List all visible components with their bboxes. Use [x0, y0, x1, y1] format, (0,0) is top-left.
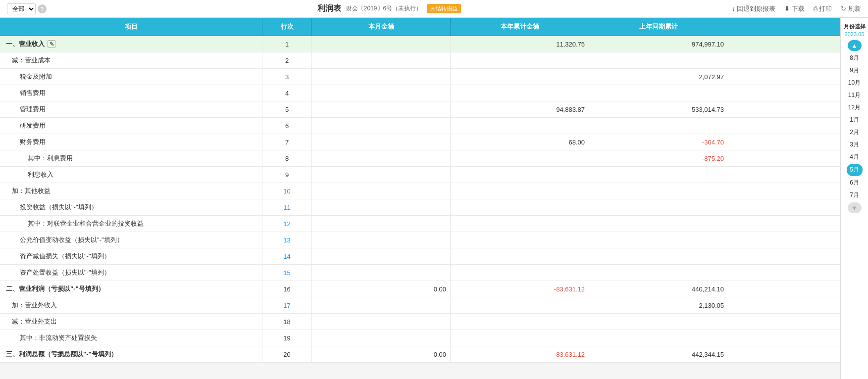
table-row: 资产减值损失（损失以"-"填列） 14	[0, 248, 840, 265]
cell-prev: 442,344.15	[589, 346, 728, 362]
cell-year	[451, 183, 589, 199]
cell-month	[312, 150, 451, 166]
cell-name: 管理费用	[0, 101, 262, 117]
side-panel: 月份选择 2023.05 ▲ 8月9月10月11月12月1月2月3月4月5月6月…	[840, 18, 868, 379]
cell-rownum: 18	[262, 314, 312, 330]
side-month-item[interactable]: 11月	[847, 89, 863, 101]
cell-rownum: 20	[262, 346, 312, 362]
top-bar: 全部 ? 利润表 财会〔2019〕6号（未执行） 未结转损益 ↓ 回退到原报表 …	[0, 0, 868, 18]
table-row: 销售费用 4	[0, 85, 840, 101]
cell-year: -83,631.12	[451, 346, 589, 362]
cell-prev: 440,214.10	[589, 281, 728, 297]
side-month-item[interactable]: 3月	[847, 139, 863, 151]
cell-year	[451, 150, 589, 166]
cell-month	[312, 297, 451, 313]
cell-prev	[589, 216, 728, 232]
cell-year	[451, 330, 589, 346]
cell-month	[312, 101, 451, 117]
scope-select[interactable]: 全部	[7, 3, 36, 14]
cell-prev	[589, 183, 728, 199]
cell-rownum[interactable]: 15	[262, 265, 312, 281]
cell-month	[312, 314, 451, 330]
cell-month	[312, 85, 451, 101]
cell-rownum[interactable]: 12	[262, 216, 312, 232]
cell-prev	[589, 330, 728, 346]
side-month-item[interactable]: 8月	[847, 52, 863, 64]
edit-icon[interactable]: ✎	[48, 40, 55, 48]
cell-rownum: 16	[262, 281, 312, 297]
table-row: 减：营业外支出 18	[0, 314, 840, 330]
cell-name: 减：营业外支出	[0, 314, 262, 330]
side-month-item[interactable]: 7月	[847, 189, 863, 201]
cell-month	[312, 36, 451, 52]
cell-month	[312, 330, 451, 346]
table-row: 税金及附加 3 2,072.97	[0, 69, 840, 85]
table-row: 加：营业外收入 17 2,130.05	[0, 297, 840, 314]
cell-name: 其中：利息费用	[0, 150, 262, 166]
table-body: 一、营业收入✎ 1 11,320.75 974,997.10 减：营业成本 2 …	[0, 36, 840, 363]
print-btn[interactable]: ⎙ 打印	[814, 4, 832, 13]
cell-prev	[589, 85, 728, 101]
side-month-item[interactable]: 5月	[847, 164, 863, 176]
table-area: 项目 行次 本月金额 本年累计金额 上年同期累计 一、营业收入✎ 1 11,32…	[0, 18, 840, 379]
side-month-item[interactable]: 12月	[847, 101, 863, 114]
cell-rownum: 19	[262, 330, 312, 346]
cell-name: 资产处置收益（损失以"-"填列）	[0, 265, 262, 281]
cell-year	[451, 199, 589, 215]
cell-prev: 2,072.97	[589, 69, 728, 85]
side-nav-up[interactable]: ▲	[848, 40, 862, 51]
cell-year: 94,883.87	[451, 101, 589, 117]
cell-month	[312, 183, 451, 199]
refresh-btn[interactable]: ↻ 刷新	[841, 4, 861, 13]
side-month-item[interactable]: 4月	[847, 151, 863, 163]
cell-rownum[interactable]: 17	[262, 297, 312, 313]
table-row: 公允价值变动收益（损失以"-"填列） 13	[0, 232, 840, 248]
side-month-item[interactable]: 1月	[847, 114, 863, 126]
cell-year	[451, 85, 589, 101]
cell-year	[451, 118, 589, 134]
cell-month	[312, 52, 451, 68]
cell-name: 其中：非流动资产处置损失	[0, 330, 262, 346]
col-header-prev: 上年同期累计	[589, 18, 728, 36]
cell-prev	[589, 232, 728, 248]
cell-name: 投资收益（损失以"-"填列）	[0, 199, 262, 215]
cell-rownum[interactable]: 10	[262, 183, 312, 199]
cell-rownum[interactable]: 14	[262, 248, 312, 264]
side-month-item[interactable]: 9月	[847, 64, 863, 77]
cell-prev	[589, 52, 728, 68]
cell-month	[312, 232, 451, 248]
table-row: 三、利润总额（亏损总额以"-"号填列） 20 0.00 -83,631.12 4…	[0, 346, 840, 363]
cell-prev	[589, 167, 728, 183]
side-month-item[interactable]: 10月	[847, 77, 863, 89]
cell-rownum: 2	[262, 52, 312, 68]
cell-prev	[589, 248, 728, 264]
cell-month: 0.00	[312, 346, 451, 362]
cell-month	[312, 265, 451, 281]
cell-year	[451, 232, 589, 248]
subtitle: 财会〔2019〕6号（未执行）	[346, 4, 422, 13]
cell-rownum[interactable]: 13	[262, 232, 312, 248]
table-row: 投资收益（损失以"-"填列） 11	[0, 199, 840, 216]
side-nav-down[interactable]: ▼	[848, 202, 862, 213]
page-title: 利润表	[317, 3, 341, 14]
cell-year	[451, 248, 589, 264]
cell-month	[312, 167, 451, 183]
back-btn[interactable]: ↓ 回退到原报表	[732, 4, 775, 13]
cell-rownum: 1	[262, 36, 312, 52]
cell-year	[451, 314, 589, 330]
help-icon[interactable]: ?	[38, 4, 47, 13]
cell-name: 销售费用	[0, 85, 262, 101]
cell-rownum[interactable]: 11	[262, 199, 312, 215]
side-month-item[interactable]: 6月	[847, 177, 863, 189]
download-btn[interactable]: ⬇ 下载	[784, 4, 805, 13]
side-month-item[interactable]: 2月	[847, 126, 863, 139]
table-row: 其中：非流动资产处置损失 19	[0, 330, 840, 346]
cell-name: 利息收入	[0, 167, 262, 183]
side-panel-year: 2023.05	[844, 31, 866, 39]
side-panel-title: 月份选择	[843, 21, 867, 31]
col-header-year: 本年累计金额	[451, 18, 589, 36]
table-row: 其中：利息费用 8 -875.20	[0, 150, 840, 167]
cell-prev: 533,014.73	[589, 101, 728, 117]
cell-prev: 2,130.05	[589, 297, 728, 313]
table-row: 二、营业利润（亏损以"-"号填列） 16 0.00 -83,631.12 440…	[0, 281, 840, 297]
